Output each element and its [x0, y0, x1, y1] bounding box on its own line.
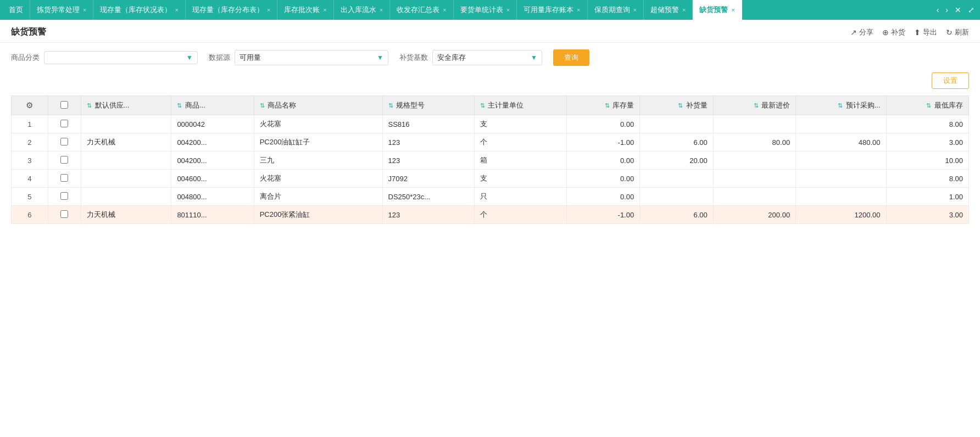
cell-num: 2 — [12, 133, 48, 152]
tab-inout-close[interactable]: × — [380, 7, 383, 13]
datasource-select[interactable]: 可用量 ▼ — [235, 50, 388, 65]
export-icon: ⬆ — [914, 28, 921, 37]
cell-latest-price: 80.00 — [713, 133, 795, 152]
cell-latest-price — [713, 152, 795, 170]
cell-supplier — [81, 115, 171, 133]
tab-expand-button[interactable]: ⤢ — [965, 3, 978, 16]
th-supplier[interactable]: ⇅ 默认供应... — [81, 96, 171, 115]
sort-icon-spec: ⇅ — [388, 102, 393, 109]
th-latest-price[interactable]: ⇅ 最新进价 — [713, 96, 795, 115]
cell-stock: 0.00 — [566, 188, 640, 206]
sort-icon-stock: ⇅ — [605, 102, 610, 109]
cell-supplier: 力天机械 — [81, 133, 171, 152]
cell-unit: 只 — [474, 188, 566, 206]
category-select[interactable]: ▼ — [44, 51, 198, 64]
th-spec[interactable]: ⇅ 规格型号 — [382, 96, 474, 115]
sort-icon-supplier: ⇅ — [87, 102, 92, 109]
cell-code: 0000042 — [171, 115, 254, 133]
tab-close-all-button[interactable]: ✕ — [951, 3, 965, 16]
tab-demand-stats[interactable]: 要货单统计表 × — [454, 0, 517, 20]
cell-num: 4 — [12, 170, 48, 188]
tab-inout-flow[interactable]: 出入库流水 × — [334, 0, 390, 20]
tab-home[interactable]: 首页 — [2, 0, 30, 20]
tab-overstock[interactable]: 超储预警 × — [644, 0, 693, 20]
tab-batch-close[interactable]: × — [323, 7, 326, 13]
category-label: 商品分类 — [11, 53, 40, 63]
refresh-icon: ↻ — [946, 28, 953, 37]
cell-estimated-purchase — [796, 188, 886, 206]
category-filter-group: 商品分类 ▼ — [11, 51, 198, 64]
table-header-row: ⚙ ⇅ 默认供应... ⇅ 商品... ⇅ — [12, 96, 969, 115]
cell-unit: 个 — [474, 206, 566, 224]
replenish-base-select[interactable]: 安全库存 ▼ — [432, 50, 542, 65]
cell-checkbox — [48, 115, 81, 133]
table-row: 5 004800... 离合片 DS250*23c... 只 0.00 1.00 — [12, 188, 969, 206]
tab-shortage-close[interactable]: × — [731, 7, 734, 13]
row-checkbox[interactable] — [60, 174, 68, 182]
th-min-stock[interactable]: ⇅ 最低库存 — [886, 96, 968, 115]
row-checkbox[interactable] — [60, 192, 68, 200]
tab-demand-close[interactable]: × — [506, 7, 510, 13]
tab-stock-status[interactable]: 现存量（库存状况表） × — [93, 0, 185, 20]
th-name[interactable]: ⇅ 商品名称 — [254, 96, 382, 115]
tab-expiry-close[interactable]: × — [633, 7, 637, 13]
cell-stock: -1.00 — [566, 133, 640, 152]
cell-unit: 支 — [474, 115, 566, 133]
cell-estimated-purchase: 1200.00 — [796, 206, 886, 224]
replenish-base-value: 安全库存 — [437, 53, 466, 63]
tab-overstock-close[interactable]: × — [682, 7, 686, 13]
tab-stock-dist[interactable]: 现存量（库存分布表） × — [186, 0, 277, 20]
share-icon: ↗ — [850, 28, 857, 37]
cell-supplier: 力天机械 — [81, 206, 171, 224]
export-button[interactable]: ⬆ 导出 — [914, 27, 937, 37]
page-header: 缺货预警 ↗ 分享 ⊕ 补货 ⬆ 导出 ↻ 刷新 — [0, 20, 980, 43]
cell-replenish — [640, 170, 714, 188]
tab-receive-summary[interactable]: 收发存汇总表 × — [390, 0, 453, 20]
tab-batch[interactable]: 库存批次账 × — [277, 0, 333, 20]
cell-latest-price — [713, 115, 795, 133]
cell-stock: 0.00 — [566, 152, 640, 170]
query-button[interactable]: 查询 — [553, 49, 589, 66]
tab-available-ledger[interactable]: 可用量库存账本 × — [517, 0, 587, 20]
cell-name: 离合片 — [254, 188, 382, 206]
row-checkbox[interactable] — [60, 210, 68, 218]
tab-receive-close[interactable]: × — [443, 7, 446, 13]
row-checkbox[interactable] — [60, 120, 68, 127]
datasource-arrow: ▼ — [377, 54, 383, 61]
table-row: 1 0000042 火花塞 SS816 支 0.00 8.00 — [12, 115, 969, 133]
cell-supplier — [81, 188, 171, 206]
tab-available-close[interactable]: × — [577, 7, 580, 13]
th-unit[interactable]: ⇅ 主计量单位 — [474, 96, 566, 115]
th-estimated-purchase[interactable]: ⇅ 预计采购... — [796, 96, 886, 115]
tab-next-button[interactable]: › — [942, 3, 951, 16]
cell-spec: J7092 — [382, 170, 474, 188]
refresh-button[interactable]: ↻ 刷新 — [946, 27, 969, 37]
tab-stock-dist-close[interactable]: × — [267, 7, 270, 13]
share-button[interactable]: ↗ 分享 — [850, 27, 873, 37]
table-row: 6 力天机械 801110... PC200张紧油缸 123 个 -1.00 6… — [12, 206, 969, 224]
cell-min-stock: 8.00 — [886, 170, 968, 188]
th-replenish[interactable]: ⇅ 补货量 — [640, 96, 714, 115]
select-all-checkbox[interactable] — [60, 101, 68, 109]
replenish-button[interactable]: ⊕ 补货 — [882, 27, 905, 37]
tab-prev-button[interactable]: ‹ — [933, 3, 943, 16]
row-checkbox[interactable] — [60, 138, 68, 145]
tab-shortage[interactable]: 缺货预警 × — [693, 0, 742, 20]
datasource-filter-group: 数据源 可用量 ▼ — [209, 50, 388, 65]
cell-supplier — [81, 170, 171, 188]
cell-spec: 123 — [382, 206, 474, 224]
cell-num: 5 — [12, 188, 48, 206]
gear-icon[interactable]: ⚙ — [26, 100, 33, 110]
settings-button[interactable]: 设置 — [932, 72, 969, 89]
cell-min-stock: 3.00 — [886, 133, 968, 152]
row-checkbox[interactable] — [60, 156, 68, 164]
th-code[interactable]: ⇅ 商品... — [171, 96, 254, 115]
tab-exception[interactable]: 拣货异常处理 × — [30, 0, 93, 20]
tab-stock-status-close[interactable]: × — [175, 7, 178, 13]
tab-exception-close[interactable]: × — [83, 7, 86, 13]
table-container: ⚙ ⇅ 默认供应... ⇅ 商品... ⇅ — [0, 96, 980, 224]
th-stock[interactable]: ⇅ 库存量 — [566, 96, 640, 115]
cell-estimated-purchase — [796, 115, 886, 133]
sort-icon-price: ⇅ — [754, 102, 759, 109]
tab-expiry[interactable]: 保质期查询 × — [588, 0, 644, 20]
